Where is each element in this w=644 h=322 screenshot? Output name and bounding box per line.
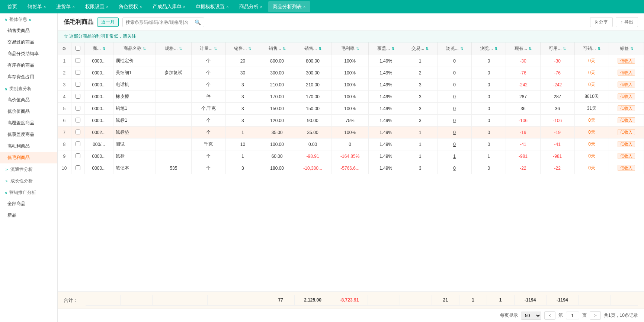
sidebar-item-category-rate[interactable]: 商品分类助销率 (0, 48, 57, 60)
sidebar-group-marketing[interactable]: ∨ 营销推广分析 (0, 186, 57, 198)
row-checkbox-cell[interactable] (71, 127, 84, 138)
row-checkbox[interactable] (76, 130, 80, 134)
row-avail: -30 (540, 55, 574, 67)
sidebar-item-low-value[interactable]: 低价值商品 (0, 106, 57, 117)
search-icon[interactable]: 🔍 (195, 19, 201, 25)
select-all-checkbox[interactable] (76, 46, 80, 51)
col-header-trade[interactable]: 交易... ⇅ (403, 42, 437, 55)
row-checkbox[interactable] (76, 141, 80, 146)
prev-page-button[interactable]: ＜ (544, 311, 555, 320)
sidebar-group-overall[interactable]: ∨ 整体信息 « (0, 13, 57, 25)
col-header-stock[interactable]: 现有... ⇅ (506, 42, 540, 55)
export-button[interactable]: ↑ 导出 (616, 17, 638, 27)
close-icon[interactable]: × (260, 4, 262, 9)
sidebar-item-stock-capital[interactable]: 库存资金占用 (0, 71, 57, 83)
row-checkbox[interactable] (76, 82, 80, 87)
nav-product-analysis-list[interactable]: 商品分析列表 × (268, 1, 310, 12)
row-checkbox[interactable] (76, 153, 80, 158)
row-view1[interactable]: 0 (437, 55, 471, 67)
col-header-gross-rate[interactable]: 毛利率 ⇅ (331, 42, 369, 55)
search-input[interactable] (126, 20, 192, 25)
col-header-avail[interactable]: 可用... ⇅ (540, 42, 574, 55)
sidebar-group-growth[interactable]: ＞ 成长性分析 (0, 175, 57, 186)
close-icon[interactable]: × (72, 4, 74, 9)
sidebar-group-category[interactable]: ∨ 类别查分析 (0, 83, 57, 94)
per-page-select[interactable]: 50 20 100 (521, 312, 541, 320)
row-avail: 287 (540, 91, 574, 103)
row-checkbox-cell[interactable] (71, 91, 84, 103)
row-view1[interactable]: 0 (437, 162, 471, 174)
col-header-unit[interactable]: 计量... ⇅ (191, 42, 225, 55)
row-tag: 低收入 (609, 91, 644, 103)
row-checkbox-cell[interactable] (71, 67, 84, 79)
col-header-view2[interactable]: 浏览... ⇅ (472, 42, 506, 55)
col-header-name[interactable]: 商品名称 ⇅ (113, 42, 156, 55)
row-view1[interactable]: 0 (437, 115, 471, 127)
nav-product-analysis[interactable]: 商品分析 × (235, 1, 267, 12)
close-icon[interactable]: × (44, 4, 46, 9)
sidebar-item-sales-goods[interactable]: 销售类商品 (0, 25, 57, 36)
sidebar-group-liquidity[interactable]: ＞ 流通性分析 (0, 163, 57, 175)
row-checkbox-cell[interactable] (71, 162, 84, 174)
sidebar-item-stocked-goods[interactable]: 有库存的商品 (0, 60, 57, 71)
page-number-input[interactable] (566, 312, 579, 319)
row-checkbox[interactable] (76, 165, 80, 170)
nav-purchase[interactable]: 进货单 × (52, 1, 79, 12)
close-icon[interactable]: × (303, 4, 305, 9)
share-button[interactable]: ⎘ 分享 (590, 17, 613, 27)
sidebar-item-traded-goods[interactable]: 交易过的商品 (0, 36, 57, 48)
row-view1[interactable]: 1 (437, 150, 471, 162)
row-checkbox[interactable] (76, 58, 80, 63)
row-view1[interactable]: 0 (437, 67, 471, 79)
col-header-spec[interactable]: 规格... ⇅ (156, 42, 191, 55)
checkbox-column-header[interactable] (71, 42, 84, 55)
next-page-button[interactable]: ＞ (590, 311, 601, 320)
main-layout: ∨ 整体信息 « 销售类商品 交易过的商品 商品分类助销率 有库存的商品 库存资… (0, 13, 644, 322)
row-view1[interactable]: 0 (437, 103, 471, 115)
row-checkbox[interactable] (76, 106, 80, 111)
row-stock: -76 (506, 67, 540, 79)
sidebar-item-new-goods[interactable]: 新品 (0, 210, 57, 221)
row-view1[interactable]: 0 (437, 127, 471, 138)
col-header-saleable[interactable]: 可销... ⇅ (574, 42, 609, 55)
row-checkbox-cell[interactable] (71, 138, 84, 150)
row-view1[interactable]: 0 (437, 91, 471, 103)
row-view1[interactable]: 0 (437, 138, 471, 150)
row-view1[interactable]: 0 (437, 79, 471, 91)
row-checkbox-cell[interactable] (71, 150, 84, 162)
col-header-sale-profit[interactable]: 销售... ⇅ (294, 42, 331, 55)
collapse-icon[interactable]: « (29, 17, 32, 23)
sidebar-item-high-margin[interactable]: 高毛利商品 (0, 140, 57, 152)
filter-recent-month-button[interactable]: 近一月 (97, 17, 119, 27)
nav-home[interactable]: 首页 (3, 1, 22, 12)
sidebar-item-high-coverage[interactable]: 高覆盖度商品 (0, 117, 57, 129)
close-icon[interactable]: × (106, 4, 108, 9)
nav-template[interactable]: 单据模板设置 × (191, 1, 233, 12)
sidebar-item-high-value[interactable]: 高价值商品 (0, 94, 57, 106)
col-header-tag[interactable]: 标签 ⇅ (609, 42, 644, 55)
row-checkbox[interactable] (76, 70, 80, 75)
row-checkbox-cell[interactable] (71, 79, 84, 91)
col-header-code[interactable]: 商... ⇅ (84, 42, 113, 55)
col-header-sale-qty[interactable]: 销售... ⇅ (225, 42, 260, 55)
nav-permissions[interactable]: 权限设置 × (81, 1, 113, 12)
sidebar-item-all-goods[interactable]: 全部商品 (0, 198, 57, 210)
row-checkbox[interactable] (76, 118, 80, 122)
close-icon[interactable]: × (183, 4, 185, 9)
close-icon[interactable]: × (140, 4, 142, 9)
sidebar-item-low-coverage[interactable]: 低覆盖度商品 (0, 129, 57, 140)
close-icon[interactable]: × (226, 4, 228, 9)
row-checkbox-cell[interactable] (71, 103, 84, 115)
col-header-view1[interactable]: 浏览... ⇅ (437, 42, 471, 55)
nav-roles[interactable]: 角色授权 × (114, 1, 146, 12)
row-sale-qty: 3 (225, 91, 260, 103)
row-checkbox-cell[interactable] (71, 115, 84, 127)
nav-product-entry[interactable]: 产成品入库单 × (148, 1, 190, 12)
col-header-sale-amount[interactable]: 销售... ⇅ (260, 42, 294, 55)
settings-column-header[interactable]: ⚙ (58, 42, 71, 55)
row-checkbox[interactable] (76, 94, 80, 99)
row-checkbox-cell[interactable] (71, 55, 84, 67)
col-header-coverage[interactable]: 覆盖... ⇅ (369, 42, 403, 55)
sidebar-item-low-margin[interactable]: 低毛利商品 (0, 152, 57, 163)
nav-sales[interactable]: 销货单 × (23, 1, 50, 12)
